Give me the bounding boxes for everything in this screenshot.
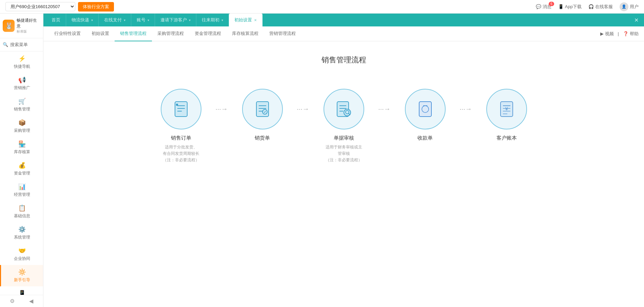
user-avatar-item[interactable]: 👤 用户 <box>620 2 639 11</box>
sub-tab-finance-flow-label: 资金管理流程 <box>195 30 221 37</box>
flow-circle-receipt: ¥ <box>405 89 446 129</box>
sidebar-item-finance[interactable]: 💰 资金管理 <box>0 158 43 180</box>
tab-invite[interactable]: 邀请下游客户 ▾ <box>155 14 196 26</box>
app-download-label: App下载 <box>565 4 582 10</box>
header-right: 💬 消息 6 📱 App下载 🎧 在线客服 👤 用户 <box>536 2 639 11</box>
sidebar-item-system[interactable]: ⚙️ 系统管理 <box>0 222 43 244</box>
logo-text: 畅捷通好生意 <box>17 18 40 29</box>
sidebar-item-marketing[interactable]: 📢 营销推广 <box>0 73 43 94</box>
tab-period[interactable]: 往来期初 ▾ <box>196 14 229 26</box>
sub-tab-purchase-flow[interactable]: 采购管理流程 <box>152 26 189 41</box>
marketing-icon: 📢 <box>18 76 26 84</box>
sub-tabs-right: ▶ 视频 | ❓ 帮助 <box>600 31 639 37</box>
tab-close-icon[interactable]: ✕ <box>254 18 257 22</box>
flow-label-sales-order: 销售订单 <box>171 135 191 141</box>
flow-node-sales-invoice[interactable]: 销货单 <box>232 89 293 144</box>
help-btn[interactable]: ❓ 帮助 <box>623 31 639 37</box>
sidebar-item-enterprise[interactable]: 🤝 企业协同 <box>0 244 43 265</box>
try-industry-btn[interactable]: 体验行业方案 <box>78 2 114 12</box>
sidebar-item-business[interactable]: 📊 经营管理 <box>0 180 43 201</box>
tab-payment[interactable]: 在线支付 ▾ <box>99 14 131 26</box>
tab-logistics-label: 物流快递 <box>72 17 89 23</box>
flow-node-sales-order[interactable]: 销售订单 适用于分批发货、有合同发货周期较长（注：非必要流程） <box>151 89 212 164</box>
top-header: 用户690企业1660120507 体验行业方案 💬 消息 6 📱 App下载 … <box>0 0 644 14</box>
flow-node-receipt[interactable]: ¥ 收款单 <box>395 89 456 144</box>
divider: | <box>618 31 619 36</box>
svg-rect-5 <box>256 102 269 117</box>
sidebar-item-base-info[interactable]: 📋 基础信息 <box>0 201 43 222</box>
sub-tab-finance-flow[interactable]: 资金管理流程 <box>189 26 227 41</box>
sub-tab-purchase-flow-label: 采购管理流程 <box>157 30 184 37</box>
sidebar-item-app-center[interactable]: 📱 应用中心 <box>0 286 43 295</box>
flow-label-receipt: 收款单 <box>417 135 433 141</box>
header-left: 用户690企业1660120507 体验行业方案 <box>5 2 114 12</box>
app-download-item[interactable]: 📱 App下载 <box>558 4 582 10</box>
message-item[interactable]: 💬 消息 6 <box>536 4 551 10</box>
sub-tab-industry-label: 行业特性设置 <box>54 30 81 37</box>
app-center-icon: 📱 <box>18 290 26 295</box>
sidebar-label-base-info: 基础信息 <box>14 213 30 219</box>
sidebar-item-quick-nav[interactable]: ⚡ 快捷导航 <box>0 52 43 73</box>
sidebar-item-sales[interactable]: 🛒 销售管理 <box>0 94 43 116</box>
tab-init-label: 初始设置 <box>234 17 252 23</box>
flow-label-sales-invoice: 销货单 <box>255 135 270 141</box>
tab-payment-label: 在线支付 <box>104 17 122 23</box>
sub-tab-inventory-flow[interactable]: 库存核算流程 <box>227 26 264 41</box>
flow-arrow-3: ···→ <box>374 89 395 113</box>
close-all-tabs-btn[interactable]: ✕ <box>631 17 641 23</box>
right-arrow-icon-2: ···→ <box>297 105 309 113</box>
main-layout: 🐰 畅捷通好生意 标准版 🔍 搜索菜单 ⚡ 快捷导航 📢 营销推广 🛒 <box>0 14 644 307</box>
sub-tab-init[interactable]: 初始设置 <box>86 26 115 41</box>
sidebar-item-new-guide[interactable]: 🔆 新手引导 <box>0 265 43 286</box>
user-selector[interactable]: 用户690企业1660120507 <box>5 2 75 11</box>
sales-invoice-svg-icon <box>253 100 272 119</box>
message-badge: 6 <box>549 2 554 6</box>
play-icon: ▶ <box>600 31 604 36</box>
flow-node-customer-ledger[interactable]: ¥ 客户账本 <box>476 89 537 144</box>
sub-tab-marketing-flow[interactable]: 营销管理流程 <box>264 26 301 41</box>
flow-arrow-4: ···→ <box>456 89 476 113</box>
sub-tab-init-label: 初始设置 <box>92 30 109 37</box>
tab-logistics[interactable]: 物流快递 ▾ <box>66 14 99 26</box>
sidebar-label-business: 经营管理 <box>14 192 30 198</box>
flow-circle-sales-invoice <box>242 89 283 129</box>
tab-init-settings[interactable]: 初始设置 ✕ <box>229 14 262 26</box>
settings-bottom-btn[interactable]: ⚙ <box>10 298 15 304</box>
tab-period-label: 往来期初 <box>202 17 219 23</box>
sidebar-search-area[interactable]: 🔍 搜索菜单 <box>0 38 43 52</box>
svg-point-20 <box>422 106 429 112</box>
quick-nav-icon: ⚡ <box>18 55 26 62</box>
flow-diagram: 销售订单 适用于分批发货、有合同发货周期较长（注：非必要流程） ···→ <box>50 82 637 170</box>
sidebar-item-inventory[interactable]: 🏪 库存核算 <box>0 137 43 158</box>
question-icon: ❓ <box>623 31 628 36</box>
search-menu-btn[interactable]: 🔍 搜索菜单 <box>3 42 40 48</box>
collapse-btn[interactable]: ◀ <box>29 298 33 304</box>
svg-text:¥: ¥ <box>505 106 508 111</box>
tab-nav: 首页 物流快递 ▾ 在线支付 ▾ 账号 ▾ 邀请下游客户 ▾ 往来期初 ▾ <box>43 14 644 26</box>
phone-icon: 📱 <box>558 4 564 9</box>
tab-invite-label: 邀请下游客户 <box>160 17 187 23</box>
doc-review-svg-icon <box>334 100 353 119</box>
sidebar-label-quick-nav: 快捷导航 <box>14 64 30 69</box>
tab-account[interactable]: 账号 ▾ <box>131 14 155 26</box>
flow-arrow-1: ···→ <box>212 89 232 113</box>
inventory-icon: 🏪 <box>18 140 26 148</box>
sidebar-label-new-guide: 新手引导 <box>14 277 30 283</box>
chevron-down-icon: ▾ <box>221 18 223 22</box>
sidebar-label-marketing: 营销推广 <box>14 85 30 91</box>
online-service-item[interactable]: 🎧 在线客服 <box>588 4 613 10</box>
sidebar-label-enterprise: 企业协同 <box>14 256 30 262</box>
sidebar-label-sales: 销售管理 <box>14 106 30 112</box>
main-content: 首页 物流快递 ▾ 在线支付 ▾ 账号 ▾ 邀请下游客户 ▾ 往来期初 ▾ <box>43 14 644 307</box>
content-area: 销售管理流程 销售订单 适用于分批发货、有合同发货周期较长（ <box>43 41 644 307</box>
video-help-btn[interactable]: ▶ 视频 <box>600 31 614 37</box>
sub-tab-sales-flow[interactable]: 销售管理流程 <box>115 26 152 41</box>
tab-home[interactable]: 首页 <box>46 14 66 26</box>
chevron-down-icon: ▾ <box>91 18 93 22</box>
sidebar-item-purchase[interactable]: 📦 采购管理 <box>0 116 43 137</box>
flow-desc-doc-review: 适用于财务审核或主管审核（注：非必要流程） <box>326 144 362 164</box>
right-arrow-icon-4: ···→ <box>460 105 472 113</box>
flow-node-doc-review[interactable]: 单据审核 适用于财务审核或主管审核（注：非必要流程） <box>313 89 374 164</box>
sidebar-menu: ⚡ 快捷导航 📢 营销推广 🛒 销售管理 📦 采购管理 🏪 库存核算 💰 <box>0 52 43 295</box>
sub-tab-industry[interactable]: 行业特性设置 <box>49 26 86 41</box>
